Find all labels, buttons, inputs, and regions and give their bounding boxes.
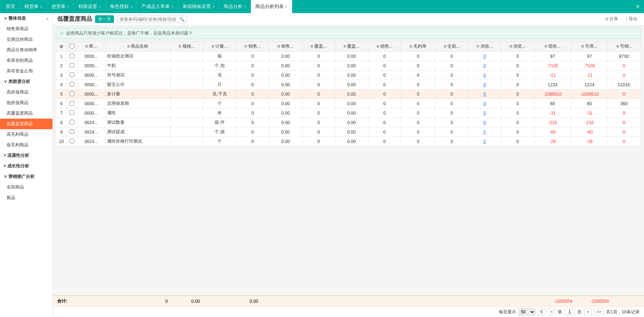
row-checkbox[interactable]	[70, 63, 74, 68]
row-checkbox[interactable]	[70, 101, 74, 106]
tab-permission[interactable]: 权限设置 ×	[74, 0, 106, 13]
sidebar-section-circulation[interactable]: > 流通性分析	[0, 150, 52, 161]
sidebar-section-marketing[interactable]: ∨ 营销推广分析	[0, 171, 52, 182]
prev-page-button[interactable]: <	[548, 309, 555, 315]
col-browse2[interactable]: ≡ 浏览...	[501, 41, 534, 52]
col-sales3[interactable]: ≡ 销售...	[368, 41, 401, 52]
col-cover2[interactable]: ≡ 覆盖...	[335, 41, 368, 52]
sidebar-item-high-value[interactable]: 高价值商品	[0, 87, 52, 98]
col-available-stock[interactable]: ≡ 可用...	[571, 41, 608, 52]
col-trade[interactable]: ≡ 交易...	[435, 41, 468, 52]
select-all-checkbox[interactable]	[70, 44, 74, 48]
sidebar-item-traded-goods[interactable]: 交易过的商品	[0, 34, 52, 45]
browse1-link[interactable]: 0	[483, 73, 486, 78]
cell-browse1[interactable]: 0	[468, 90, 501, 99]
sidebar-item-capital[interactable]: 库存资金占用	[0, 66, 52, 76]
col-sales-amt[interactable]: ≡ 销售...	[269, 41, 302, 52]
browse1-link[interactable]: 0	[483, 111, 486, 116]
search-input[interactable]	[119, 17, 178, 22]
cell-checkbox[interactable]	[67, 108, 77, 118]
cell-checkbox[interactable]	[67, 137, 77, 146]
window-close-button[interactable]: ×	[633, 3, 643, 11]
cell-checkbox[interactable]	[67, 127, 77, 137]
row-checkbox[interactable]	[70, 129, 74, 134]
tab-home[interactable]: 首页	[1, 0, 20, 13]
sidebar-item-low-margin[interactable]: 低毛利商品	[0, 140, 52, 150]
col-cover1[interactable]: ≡ 覆盖...	[302, 41, 335, 52]
row-checkbox[interactable]	[70, 139, 74, 143]
settings-icon[interactable]: ⚙	[59, 44, 63, 49]
row-checkbox[interactable]	[70, 110, 74, 115]
col-name[interactable]: ≡ 商品名称	[105, 41, 170, 52]
sidebar-item-high-margin[interactable]: 高毛利商品	[0, 129, 52, 140]
next-page-button[interactable]: >	[584, 309, 592, 315]
browse1-link[interactable]: 0	[483, 63, 486, 68]
tab-purchase[interactable]: 进货单 ×	[47, 0, 74, 13]
cell-browse1[interactable]: 0	[468, 61, 501, 71]
sidebar-item-low-coverage[interactable]: 低覆盖度商品	[0, 119, 52, 129]
col-browse1[interactable]: ≡ 浏览...	[468, 41, 501, 52]
cell-checkbox[interactable]	[67, 71, 77, 80]
tab-permission-close[interactable]: ×	[99, 5, 101, 9]
col-settings[interactable]: ⚙	[56, 41, 67, 52]
tab-finished-goods[interactable]: 产成品入库单 ×	[137, 0, 178, 13]
sidebar-item-high-coverage[interactable]: 高覆盖度商品	[0, 108, 52, 119]
tab-role-close[interactable]: ×	[130, 5, 133, 9]
col-code[interactable]: ≡ 商...	[77, 41, 106, 52]
tab-sales-close[interactable]: ×	[40, 5, 42, 9]
col-checkbox[interactable]	[67, 41, 77, 52]
browse1-link[interactable]: 0	[483, 130, 486, 135]
cell-browse1[interactable]: 0	[468, 71, 501, 80]
cell-checkbox[interactable]	[67, 118, 77, 127]
tab-purchase-close[interactable]: ×	[67, 5, 69, 9]
row-checkbox[interactable]	[70, 91, 74, 96]
cell-browse1[interactable]: 0	[468, 118, 501, 127]
first-page-button[interactable]: K	[538, 309, 546, 315]
col-gross-margin[interactable]: ≡ 毛利率	[401, 41, 435, 52]
col-current-stock[interactable]: ≡ 现有...	[534, 41, 571, 52]
cell-checkbox[interactable]	[67, 61, 77, 71]
sidebar-item-all-goods[interactable]: 全部商品	[0, 182, 52, 193]
cell-browse1[interactable]: 0	[468, 52, 501, 61]
tab-template[interactable]: 单据模板设置 ×	[178, 0, 219, 13]
sidebar-section-growth[interactable]: > 成长性分析	[0, 161, 52, 171]
sidebar-section-general[interactable]: ∨ 整体信息 «	[0, 13, 52, 24]
cell-checkbox[interactable]	[67, 80, 77, 90]
export-button[interactable]: ↑ 导出	[623, 15, 640, 23]
tab-sales[interactable]: 销货单 ×	[20, 0, 47, 13]
cell-browse1[interactable]: 0	[468, 99, 501, 108]
cell-browse1[interactable]: 0	[468, 127, 501, 137]
sidebar-item-new-goods[interactable]: 新品	[0, 193, 52, 203]
browse1-link[interactable]: 0	[483, 120, 486, 125]
sidebar-item-sales-goods[interactable]: 销售类商品	[0, 24, 52, 34]
col-unit[interactable]: ≡ 计量...	[203, 41, 236, 52]
tab-template-close[interactable]: ×	[212, 5, 215, 9]
cell-checkbox[interactable]	[67, 52, 77, 61]
cell-checkbox[interactable]	[67, 90, 77, 99]
sidebar-section-cluster[interactable]: ∨ 类群度分析	[0, 76, 52, 87]
sidebar-item-stocked-goods[interactable]: 有库存的商品	[0, 55, 52, 66]
browse1-link[interactable]: 0	[483, 101, 486, 106]
tab-product-analysis-list-close[interactable]: ×	[285, 5, 287, 9]
browse1-link[interactable]: 0	[483, 82, 486, 87]
tab-product-analysis-close[interactable]: ×	[244, 5, 246, 9]
share-button[interactable]: ⎘ 分享	[604, 15, 620, 23]
row-checkbox[interactable]	[70, 54, 74, 58]
current-page-input[interactable]	[564, 309, 575, 315]
last-page-button[interactable]: >>	[594, 309, 604, 315]
browse1-link[interactable]: 0	[483, 54, 486, 59]
search-icon[interactable]: 🔍	[179, 17, 185, 22]
per-page-select[interactable]: 50 10 20 100	[518, 308, 535, 316]
sidebar-item-low-value[interactable]: 低价值商品	[0, 98, 52, 108]
cell-browse1[interactable]: 0	[468, 80, 501, 90]
tab-product-analysis[interactable]: 商品分析 ×	[219, 0, 251, 13]
col-saleable[interactable]: ≡ 可销...	[608, 41, 641, 52]
cell-checkbox[interactable]	[67, 99, 77, 108]
cell-browse1[interactable]: 0	[468, 137, 501, 146]
sidebar-item-category-rate[interactable]: 商品分类动销率	[0, 45, 52, 55]
row-checkbox[interactable]	[70, 82, 74, 87]
tab-finished-goods-close[interactable]: ×	[171, 5, 173, 9]
row-checkbox[interactable]	[70, 72, 74, 77]
row-checkbox[interactable]	[70, 120, 74, 124]
period-button[interactable]: 近一月	[95, 15, 114, 23]
